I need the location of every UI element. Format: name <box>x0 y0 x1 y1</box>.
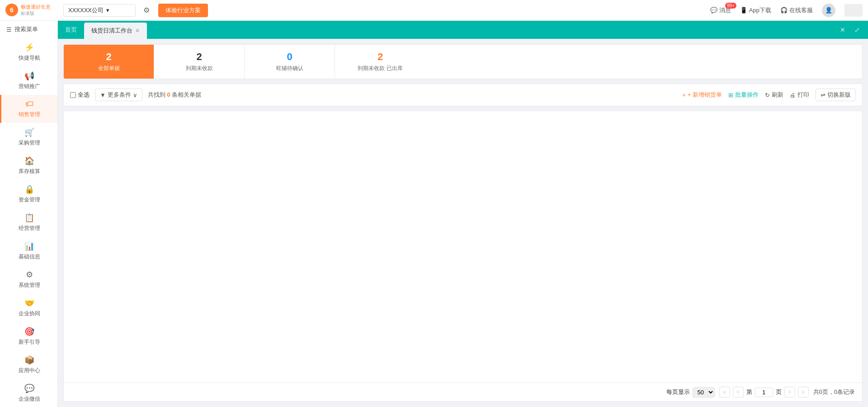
box-icon: 📦 <box>24 355 34 365</box>
per-page-select[interactable]: 50 <box>693 387 715 398</box>
switch-version-button[interactable]: ⇌ 切换新版 <box>816 89 856 101</box>
content-area: 首页 钱货日清工作台 ✕ ✕ ⤢ 2 全部单据 2 到期未收款 <box>58 21 868 407</box>
page-nav: « < 第 页 > » <box>719 387 809 398</box>
first-page-icon: « <box>723 389 726 395</box>
sidebar: ☰ 搜索菜单 ⚡ 快捷导航 📢 营销推广 🏷 销售管理 🛒 采购管理 🏠 库存核… <box>0 21 58 407</box>
toolbar: 全选 ▼ 更多条件 ∨ 共找到 0 条相关单据 + + 新增销货单 <box>63 84 863 106</box>
sidebar-item-cooperation[interactable]: 🤝 企业协同 <box>0 294 57 322</box>
sidebar-item-marketing[interactable]: 📢 营销推广 <box>0 66 57 95</box>
chat-icon: 💬 <box>24 384 34 393</box>
next-page-button[interactable]: > <box>784 387 795 398</box>
tab-expand-icon[interactable]: ⤢ <box>852 24 863 35</box>
tab-work-bench[interactable]: 钱货日清工作台 ✕ <box>84 23 147 39</box>
sidebar-item-finance[interactable]: 🔒 资金管理 <box>0 180 57 208</box>
page-input[interactable] <box>755 388 773 397</box>
cart-icon: 🛒 <box>24 127 34 137</box>
batch-operation-button[interactable]: ⊞ 批量操作 <box>728 91 759 99</box>
company-selector[interactable]: XXXXXX公司 ▾ <box>63 4 136 17</box>
search-menu-item[interactable]: ☰ 搜索菜单 <box>0 21 57 38</box>
sidebar-item-purchase[interactable]: 🛒 采购管理 <box>0 123 57 151</box>
table-area: 每页显示 50 « < 第 页 <box>63 111 863 402</box>
filter-icon: ▼ <box>100 92 106 98</box>
sidebar-label-finance: 资金管理 <box>19 196 40 204</box>
select-all-label: 全选 <box>78 91 90 99</box>
prev-page-button[interactable]: < <box>733 387 744 398</box>
lock-icon: 🔒 <box>24 184 34 194</box>
status-count-pending: 0 <box>287 51 292 63</box>
add-icon: + <box>682 92 686 98</box>
status-card-overdue[interactable]: 2 到期未收款 <box>154 45 245 79</box>
sidebar-label-inventory: 库存核算 <box>19 168 40 175</box>
logo-text: 畅捷通好生意 标准版 <box>21 4 51 16</box>
megaphone-icon: 📢 <box>24 71 34 81</box>
chevron-down-icon: ▾ <box>106 7 109 14</box>
sidebar-item-system[interactable]: ⚙ 系统管理 <box>0 265 57 294</box>
avatar[interactable]: 👤 <box>822 4 835 17</box>
total-text: 共0页，0条记录 <box>813 388 855 396</box>
app-download-item[interactable]: 📱 App下载 <box>740 6 771 14</box>
sidebar-label-cooperation: 企业协同 <box>19 310 40 318</box>
online-service-item[interactable]: 🎧 在线客服 <box>780 6 813 14</box>
last-page-icon: » <box>802 389 805 395</box>
tab-close-all-icon[interactable]: ✕ <box>837 24 848 35</box>
message-item[interactable]: 💬 消息 99+ <box>710 6 731 14</box>
clipboard-icon: 📋 <box>24 213 34 223</box>
sidebar-item-operations[interactable]: 📋 经营管理 <box>0 208 57 237</box>
app-download-label: App下载 <box>749 6 771 14</box>
first-page-button[interactable]: « <box>719 387 730 398</box>
refresh-button[interactable]: ↻ 刷新 <box>765 91 783 99</box>
status-count-overdue-shipped: 2 <box>377 51 383 63</box>
last-page-button[interactable]: » <box>798 387 809 398</box>
checkbox-input[interactable] <box>70 92 76 98</box>
status-label-all: 全部单据 <box>98 65 120 72</box>
trial-button[interactable]: 体验行业方案 <box>158 4 208 17</box>
select-all-checkbox[interactable]: 全选 <box>70 91 90 99</box>
settings-icon[interactable]: ⚙ <box>140 4 153 17</box>
sidebar-item-sales[interactable]: 🏷 销售管理 <box>0 95 57 123</box>
sidebar-item-app-center[interactable]: 📦 应用中心 <box>0 351 57 379</box>
switch-icon: ⇌ <box>821 92 826 98</box>
prev-page-icon: < <box>736 389 740 395</box>
message-icon: 💬 <box>710 7 717 14</box>
status-card-overdue-shipped[interactable]: 2 到期未收款 已出库 <box>335 45 425 79</box>
status-card-all[interactable]: 2 全部单据 <box>64 45 154 79</box>
company-name: XXXXXX公司 <box>68 6 104 14</box>
sidebar-item-basic-info[interactable]: 📊 基础信息 <box>0 237 57 265</box>
search-icon: ☰ <box>6 26 12 33</box>
status-label-overdue: 到期未收款 <box>186 65 213 72</box>
logo-area: 6 畅捷通好生意 标准版 <box>5 4 63 16</box>
page-content: 2 全部单据 2 到期未收款 0 旺辅待确认 2 到期未收款 已出库 <box>58 39 868 407</box>
tab-home[interactable]: 首页 <box>58 21 84 39</box>
status-count-all: 2 <box>106 51 111 63</box>
page-suffix: 页 <box>776 388 782 396</box>
sidebar-label-sales: 销售管理 <box>19 111 40 118</box>
sidebar-item-quick-nav[interactable]: ⚡ 快捷导航 <box>0 38 57 66</box>
status-label-overdue-shipped: 到期未收款 已出库 <box>358 65 402 72</box>
chevron-icon: ∨ <box>133 92 137 98</box>
gear-icon: ⚙ <box>26 270 33 280</box>
sidebar-label-basic-info: 基础信息 <box>19 253 40 261</box>
switch-label: 切换新版 <box>827 91 851 99</box>
filter-button[interactable]: ▼ 更多条件 ∨ <box>95 89 142 101</box>
pagination-bar: 每页显示 50 « < 第 页 <box>64 383 862 401</box>
batch-label: 批量操作 <box>735 91 759 99</box>
sidebar-item-guide[interactable]: 🎯 新手引导 <box>0 322 57 351</box>
tag-icon: 🏷 <box>25 99 33 109</box>
sidebar-item-inventory[interactable]: 🏠 库存核算 <box>0 151 57 180</box>
handshake-icon: 🤝 <box>24 298 34 308</box>
printer-icon: 🖨 <box>790 92 796 98</box>
status-card-pending[interactable]: 0 旺辅待确认 <box>245 45 335 79</box>
tab-close-icon[interactable]: ✕ <box>135 28 140 34</box>
print-button[interactable]: 🖨 打印 <box>790 91 809 99</box>
tab-home-label: 首页 <box>65 26 77 34</box>
search-menu-label: 搜索菜单 <box>14 25 38 33</box>
add-sales-order-button[interactable]: + + 新增销货单 <box>682 91 722 99</box>
app-icon: 📱 <box>740 7 747 14</box>
tab-bar-actions: ✕ ⤢ <box>837 24 868 35</box>
sidebar-label-operations: 经营管理 <box>19 225 40 232</box>
filter-label: 更多条件 <box>108 91 131 99</box>
sidebar-item-wechat[interactable]: 💬 企业微信 <box>0 379 57 407</box>
message-badge: 99+ <box>725 3 736 9</box>
avatar-icon: 👤 <box>825 7 832 14</box>
found-count: 0 <box>167 91 170 98</box>
